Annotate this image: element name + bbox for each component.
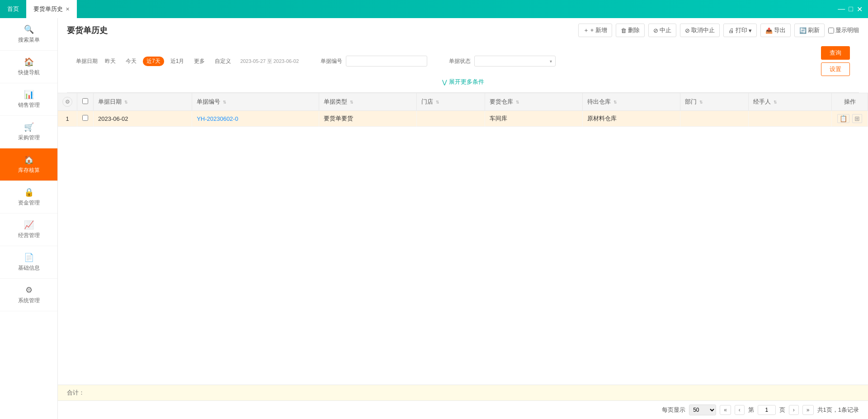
last-page-button[interactable]: » (802, 405, 814, 415)
row-date: 2023-06-02 (98, 115, 128, 122)
th-department[interactable]: 部门 ⇅ (680, 93, 749, 111)
filter-status-select[interactable] (474, 56, 556, 67)
window-minimize-icon[interactable]: — (838, 5, 845, 13)
tab-bar: 首页 要货单历史 ✕ (0, 0, 77, 18)
date-opt-more[interactable]: 更多 (190, 57, 208, 66)
th-handler[interactable]: 经手人 ⇅ (749, 93, 832, 111)
row-checkbox[interactable] (82, 115, 88, 121)
prev-page-button[interactable]: ‹ (735, 405, 745, 415)
finance-mgmt-icon: 🔒 (24, 187, 34, 197)
td-action: 📋 ⊞ (832, 111, 868, 127)
tab-requisition-history-label: 要货单历史 (33, 5, 63, 13)
filter-area: 单据日期 昨天 今天 近7天 近1月 更多 自定义 2023-05-27 至 2… (67, 42, 859, 93)
sidebar-item-finance-mgmt-label: 资金管理 (18, 199, 40, 207)
row-edit-icon[interactable]: 📋 (837, 114, 849, 123)
td-pendingwarehouse: 原材料仓库 (583, 111, 680, 127)
delete-label: 删除 (628, 26, 640, 34)
new-button[interactable]: ＋ + 新增 (578, 24, 612, 37)
row-pendingwarehouse: 原材料仓库 (587, 115, 617, 122)
window-maximize-icon[interactable]: □ (849, 5, 853, 13)
filter-main-row: 单据日期 昨天 今天 近7天 近1月 更多 自定义 2023-05-27 至 2… (76, 46, 850, 76)
sidebar-item-search-menu[interactable]: 🔍 搜索菜单 (0, 18, 57, 51)
filter-settings-button[interactable]: 设置 (821, 62, 850, 76)
cancel-suspend-button[interactable]: ⊘ 取消中止 (680, 24, 720, 37)
date-opt-last7days[interactable]: 近7天 (143, 57, 164, 66)
sidebar-item-operation-mgmt-label: 经营管理 (18, 232, 40, 239)
date-options: 昨天 今天 近7天 近1月 更多 自定义 (101, 57, 235, 66)
basic-info-icon: 📄 (24, 252, 34, 262)
query-button[interactable]: 查询 (821, 46, 850, 60)
page-size-select[interactable]: 50 10 20 100 (689, 405, 716, 415)
row-detail-icon[interactable]: ⊞ (852, 114, 862, 123)
cancel-suspend-label: 取消中止 (691, 26, 715, 34)
tab-requisition-history[interactable]: 要货单历史 ✕ (26, 0, 77, 18)
search-menu-icon: 🔍 (24, 24, 34, 34)
date-opt-last1month[interactable]: 近1月 (167, 57, 188, 66)
date-opt-today[interactable]: 今天 (122, 57, 140, 66)
expand-more-icon: ⋁ (442, 79, 447, 86)
tab-close-icon[interactable]: ✕ (66, 6, 70, 12)
delete-button[interactable]: 🗑 删除 (616, 24, 645, 37)
pagination-bar: 每页显示 50 10 20 100 « ‹ 第 页 › » 共1页，1条记录 (58, 400, 868, 419)
print-dropdown-icon: ▾ (749, 27, 752, 34)
th-action-label: 操作 (844, 98, 856, 105)
main-layout: 🔍 搜索菜单 🏠 快捷导航 📊 销售管理 🛒 采购管理 🏠 库存核算 🔒 资金管… (0, 18, 868, 419)
sidebar-item-inventory-calc[interactable]: 🏠 库存核算 (0, 148, 57, 181)
table-container: ⚙ 单据日期 ⇅ 单据编号 ⇅ (58, 93, 868, 385)
th-billtype[interactable]: 单据类型 ⇅ (319, 93, 417, 111)
date-opt-custom[interactable]: 自定义 (211, 57, 235, 66)
td-date: 2023-06-02 (94, 111, 192, 127)
sidebar-item-sales-mgmt[interactable]: 📊 销售管理 (0, 83, 57, 116)
cancel-suspend-icon: ⊘ (685, 27, 690, 34)
expand-more-btn[interactable]: ⋁ 展开更多条件 (76, 76, 850, 88)
refresh-button[interactable]: 🔄 刷新 (794, 24, 825, 37)
show-detail-label: 显示明细 (835, 26, 859, 34)
sidebar-item-basic-info[interactable]: 📄 基础信息 (0, 246, 57, 279)
th-pendingwarehouse[interactable]: 待出仓库 ⇅ (583, 93, 680, 111)
td-no: 1 (58, 111, 77, 127)
sidebar-item-system-mgmt[interactable]: ⚙ 系统管理 (0, 279, 57, 311)
td-checkbox[interactable] (77, 111, 94, 127)
th-billno[interactable]: 单据编号 ⇅ (192, 93, 319, 111)
row-billno-link[interactable]: YH-20230602-0 (197, 115, 238, 122)
date-opt-yesterday[interactable]: 昨天 (101, 57, 119, 66)
page-title: 要货单历史 (67, 25, 108, 36)
td-reqwarehouse: 车间库 (485, 111, 583, 127)
th-reqwarehouse[interactable]: 要货仓库 ⇅ (485, 93, 583, 111)
action-icons: 📋 ⊞ (836, 114, 863, 123)
sidebar-item-purchase-mgmt[interactable]: 🛒 采购管理 (0, 116, 57, 148)
sidebar-item-quick-nav[interactable]: 🏠 快捷导航 (0, 51, 57, 83)
sidebar-item-inventory-calc-label: 库存核算 (18, 167, 40, 174)
select-all-checkbox[interactable] (82, 98, 88, 104)
toolbar: ＋ + 新增 🗑 删除 ⊘ 中止 ⊘ 取消中止 (578, 24, 859, 37)
page-number-input[interactable] (758, 405, 776, 415)
filter-billno-input[interactable] (346, 56, 427, 67)
print-button[interactable]: 🖨 打印 ▾ (723, 24, 757, 37)
print-label: 打印 (736, 26, 747, 34)
suspend-label: 中止 (660, 26, 671, 34)
tab-home[interactable]: 首页 (0, 0, 26, 18)
th-checkbox[interactable] (77, 93, 94, 111)
next-page-button[interactable]: › (789, 405, 799, 415)
th-date[interactable]: 单据日期 ⇅ (94, 93, 192, 111)
th-billtype-label: 单据类型 (324, 98, 347, 105)
show-detail-checkbox[interactable] (828, 28, 834, 33)
inventory-calc-icon: 🏠 (24, 155, 34, 165)
sidebar-item-operation-mgmt[interactable]: 📈 经营管理 (0, 214, 57, 246)
first-page-button[interactable]: « (720, 405, 731, 415)
sidebar-item-finance-mgmt[interactable]: 🔒 资金管理 (0, 181, 57, 214)
th-date-label: 单据日期 (98, 98, 122, 105)
column-settings-icon[interactable]: ⚙ (62, 97, 72, 107)
window-close-icon[interactable]: ✕ (857, 5, 863, 14)
quick-nav-icon: 🏠 (24, 57, 34, 67)
th-handler-label: 经手人 (753, 98, 771, 105)
th-settings[interactable]: ⚙ (58, 93, 77, 111)
sidebar-item-system-mgmt-label: 系统管理 (18, 297, 40, 305)
show-detail-toggle[interactable]: 显示明细 (828, 26, 859, 34)
row-no: 1 (66, 115, 69, 122)
export-button[interactable]: 📤 导出 (760, 24, 791, 37)
suspend-button[interactable]: ⊘ 中止 (648, 24, 676, 37)
th-store[interactable]: 门店 ⇅ (417, 93, 485, 111)
purchase-mgmt-icon: 🛒 (24, 122, 34, 132)
expand-more-label: 展开更多条件 (449, 78, 484, 86)
